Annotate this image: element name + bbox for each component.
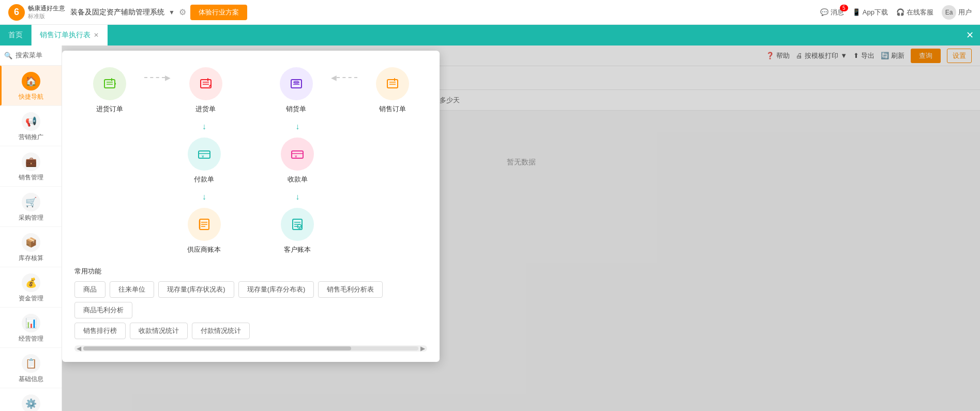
sidebar-search[interactable]: 🔍 搜索菜单 xyxy=(0,45,62,66)
flow-node-sales-bill[interactable]: 销货单 xyxy=(261,63,331,118)
basic-icon: 📋 xyxy=(22,354,40,373)
trial-button[interactable]: 体验行业方案 xyxy=(190,5,247,20)
sidebar-item-operation[interactable]: 📊 经营管理 xyxy=(0,308,62,348)
tab-home[interactable]: 首页 xyxy=(0,25,32,45)
common-funcs-title: 常用功能 xyxy=(74,267,427,276)
quick-nav-icon: 🏠 xyxy=(22,72,40,90)
message-button[interactable]: 💬 消息 5 xyxy=(820,8,844,17)
message-badge: 5 xyxy=(840,5,848,11)
scroll-right-button[interactable]: ▶ xyxy=(418,345,427,352)
purchase-order-icon xyxy=(93,67,126,100)
system-title: 装备及固定资产辅助管理系统 xyxy=(70,8,164,17)
svg-text:¥: ¥ xyxy=(294,154,297,159)
sidebar-item-finance[interactable]: 💰 资金管理 xyxy=(0,267,62,308)
scroll-left-button[interactable]: ◀ xyxy=(74,345,83,352)
sidebar-item-system[interactable]: ⚙️ 系统管理 xyxy=(0,388,62,411)
sidebar-item-basic[interactable]: 📋 基础信息 xyxy=(0,348,62,388)
svg-text:¥: ¥ xyxy=(201,154,204,159)
sales-order-label: 销售订单 xyxy=(379,104,406,114)
system-icon: ⚙️ xyxy=(22,394,40,411)
common-funcs: 常用功能 商品 往来单位 现存量(库存状况表) 现存量(库存分布表) 销售毛利分… xyxy=(74,267,427,339)
header-right: 💬 消息 5 📱 App下载 🎧 在线客服 Ea 用户 xyxy=(820,5,972,20)
func-btn-partners[interactable]: 往来单位 xyxy=(110,281,154,298)
purchase-order-label: 进货订单 xyxy=(96,104,123,114)
user-menu[interactable]: Ea 用户 xyxy=(942,5,972,20)
sidebar-item-marketing[interactable]: 📢 营销推广 xyxy=(0,106,62,146)
flow-node-receipt[interactable]: ¥ 收款单 xyxy=(261,133,334,188)
sidebar: 🔍 搜索菜单 🏠 快捷导航 📢 营销推广 💼 销售管理 🛒 采购管理 📦 库存核… xyxy=(0,45,62,411)
func-btn-receipt-stats[interactable]: 收款情况统计 xyxy=(130,323,188,339)
flow-node-purchase-bill[interactable]: 进货单 xyxy=(171,63,240,118)
purchase-icon: 🛒 xyxy=(22,193,40,211)
finance-icon: 💰 xyxy=(22,273,40,292)
svg-rect-24 xyxy=(199,220,201,229)
supplier-ledger-label: 供应商账本 xyxy=(187,245,221,254)
search-icon: 🔍 xyxy=(4,52,12,59)
content-area: ❓ 帮助 🖨 按模板打印 ▼ ⬆ 导出 🔄 刷新 查询 设置 📅 xyxy=(62,45,980,411)
download-icon: 📱 xyxy=(852,8,861,16)
scroll-track[interactable] xyxy=(83,346,418,351)
quick-nav-modal: 进货订单 ▶ xyxy=(62,51,440,362)
svg-rect-17 xyxy=(292,151,303,158)
receipt-label: 收款单 xyxy=(288,175,308,184)
service-icon: 🎧 xyxy=(896,8,904,16)
sidebar-item-sales[interactable]: 💼 销售管理 xyxy=(0,146,62,187)
purchase-bill-icon xyxy=(189,67,222,100)
gear-icon[interactable]: ⚙ xyxy=(179,7,186,17)
top-header: 6 畅康通好生意 标准版 装备及固定资产辅助管理系统 ▼ ⚙ 体验行业方案 💬 … xyxy=(0,0,980,25)
tab-close-icon[interactable]: ✕ xyxy=(94,32,99,39)
sidebar-item-inventory[interactable]: 📦 库存核算 xyxy=(0,227,62,267)
flow-node-purchase-order[interactable]: 进货订单 xyxy=(74,63,144,118)
marketing-icon: 📢 xyxy=(22,112,40,131)
tab-sales-exec[interactable]: 销售订单执行表 ✕ xyxy=(32,25,108,45)
tab-bar: 首页 销售订单执行表 ✕ ✕ xyxy=(0,25,980,45)
func-btn-sales-rank[interactable]: 销售排行榜 xyxy=(74,323,126,339)
app-download-button[interactable]: 📱 App下载 xyxy=(852,8,888,17)
flow-node-customer-ledger[interactable]: 客户账本 xyxy=(261,204,334,258)
main-layout: 🔍 搜索菜单 🏠 快捷导航 📢 营销推广 💼 销售管理 🛒 采购管理 📦 库存核… xyxy=(0,45,980,411)
tab-bar-close-button[interactable]: ✕ xyxy=(966,31,974,40)
scroll-thumb xyxy=(83,346,351,351)
func-btn-stock-dist[interactable]: 现存量(库存分布表) xyxy=(238,281,314,298)
func-btn-goods-margin[interactable]: 商品毛利分析 xyxy=(74,302,132,318)
logo-area: 6 畅康通好生意 标准版 xyxy=(8,4,70,21)
logo-text: 畅康通好生意 标准版 xyxy=(28,5,65,20)
sales-order-icon xyxy=(376,67,409,100)
svg-rect-7 xyxy=(291,80,301,88)
flow-node-payment[interactable]: ¥ 付款单 xyxy=(168,133,241,188)
sales-icon: 💼 xyxy=(22,153,40,171)
online-service-button[interactable]: 🎧 在线客服 xyxy=(896,8,933,17)
overlay: 进货订单 ▶ xyxy=(62,45,980,411)
sidebar-item-quick-nav[interactable]: 🏠 快捷导航 xyxy=(0,66,62,106)
func-btn-stock-status[interactable]: 现存量(库存状况表) xyxy=(158,281,234,298)
inventory-icon: 📦 xyxy=(22,233,40,252)
purchase-bill-label: 进货单 xyxy=(195,104,216,114)
flow-node-supplier-ledger[interactable]: 供应商账本 xyxy=(168,204,241,258)
customer-ledger-label: 客户账本 xyxy=(284,245,311,254)
func-buttons-row2: 销售排行榜 收款情况统计 付款情况统计 xyxy=(74,323,427,339)
svg-rect-14 xyxy=(199,151,210,158)
svg-rect-11 xyxy=(387,80,398,88)
system-dropdown-button[interactable]: ▼ xyxy=(169,9,175,16)
sales-bill-label: 销货单 xyxy=(286,104,306,114)
func-buttons-row1: 商品 往来单位 现存量(库存状况表) 现存量(库存分布表) 销售毛利分析表 商品… xyxy=(74,281,427,318)
message-icon: 💬 xyxy=(820,8,828,16)
sidebar-item-purchase[interactable]: 🛒 采购管理 xyxy=(0,187,62,227)
scrollbar[interactable]: ◀ ▶ xyxy=(74,345,427,352)
logo-icon: 6 xyxy=(8,4,25,21)
system-title-area: 装备及固定资产辅助管理系统 ▼ ⚙ 体验行业方案 xyxy=(70,5,820,20)
avatar: Ea xyxy=(942,5,956,20)
func-btn-sales-margin[interactable]: 销售毛利分析表 xyxy=(318,281,383,298)
customer-ledger-icon xyxy=(281,208,314,241)
payment-label: 付款单 xyxy=(194,175,214,184)
sales-bill-icon xyxy=(280,67,313,100)
func-btn-goods[interactable]: 商品 xyxy=(74,281,105,298)
flow-node-sales-order[interactable]: 销售订单 xyxy=(357,63,427,118)
receipt-icon: ¥ xyxy=(281,138,314,171)
operation-icon: 📊 xyxy=(22,314,40,332)
payment-icon: ¥ xyxy=(188,138,221,171)
supplier-ledger-icon xyxy=(188,208,221,241)
func-btn-payment-stats[interactable]: 付款情况统计 xyxy=(192,323,250,339)
